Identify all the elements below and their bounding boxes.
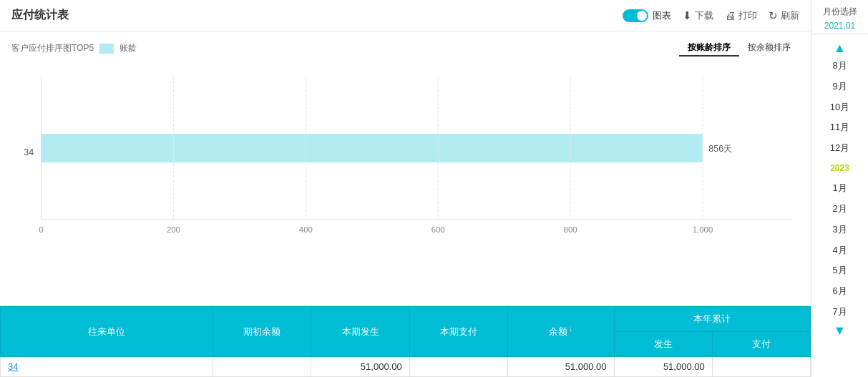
svg-text:800: 800: [564, 225, 577, 234]
svg-text:200: 200: [167, 225, 180, 234]
refresh-button[interactable]: ↻ 刷新: [769, 9, 799, 22]
scroll-up-arrow[interactable]: ▲: [834, 40, 847, 56]
download-icon: ⬇: [683, 9, 692, 22]
toggle-switch-icon[interactable]: [623, 9, 648, 22]
sidebar-year-label[interactable]: 2021.01: [811, 21, 868, 34]
data-table: 往来单位 期初余额 本期发生 本期支付 余额↓ 本年累计 发生 支付 34: [0, 306, 811, 377]
cell-current-occur: 51,000.00: [311, 357, 409, 377]
cell-ytd-pay: [712, 357, 810, 377]
month-11[interactable]: 11月: [811, 117, 868, 138]
cell-opening: [213, 357, 311, 377]
chart-toggle[interactable]: 图表: [623, 9, 671, 22]
cell-current-pay: [409, 357, 507, 377]
month-2[interactable]: 2月: [811, 199, 868, 220]
sort-tab-balance[interactable]: 按余额排序: [739, 40, 799, 57]
svg-text:1,000: 1,000: [693, 225, 713, 234]
legend-item-label: 账龄: [120, 42, 137, 54]
table-wrap: 往来单位 期初余额 本期发生 本期支付 余额↓ 本年累计 发生 支付 34: [0, 306, 811, 377]
header-actions: 图表 ⬇ 下载 🖨 打印 ↻ 刷新: [623, 9, 799, 22]
month-12[interactable]: 12月: [811, 138, 868, 159]
month-10[interactable]: 10月: [811, 97, 868, 118]
col-balance-header: 余额↓: [507, 307, 614, 357]
svg-text:400: 400: [299, 225, 313, 234]
scroll-down-arrow[interactable]: ▼: [834, 323, 847, 338]
svg-text:600: 600: [431, 225, 445, 234]
cell-balance: 51,000.00: [507, 357, 614, 377]
table-area: 往来单位 期初余额 本期发生 本期支付 余额↓ 本年累计 发生 支付 34: [0, 305, 811, 377]
bar-rect: [42, 134, 703, 162]
refresh-icon: ↻: [769, 9, 778, 22]
month-3[interactable]: 3月: [811, 220, 868, 240]
sort-tab-age[interactable]: 按账龄排序: [679, 40, 739, 57]
cell-unit[interactable]: 34: [1, 357, 213, 377]
svg-text:0: 0: [39, 225, 43, 234]
download-button[interactable]: ⬇ 下载: [683, 9, 713, 22]
col-ytd-header: 本年累计: [614, 307, 810, 332]
col-current-pay-header: 本期支付: [409, 307, 507, 357]
sidebar: 月份选择 2021.01 ▲ 8月 9月 10月 11月 12月 2023 1月…: [811, 0, 868, 377]
bar-chart-svg: 34 856天 0 200 400 600 800 1,000: [11, 62, 799, 248]
month-6[interactable]: 6月: [811, 281, 868, 302]
year-marker-2023: 2023: [811, 159, 868, 178]
legend-label: 客户应付排序图TOP5: [11, 42, 94, 54]
month-8[interactable]: 8月: [811, 56, 868, 77]
table-row: 34 51,000.00 51,000.00 51,000.00: [1, 357, 811, 377]
table-header-row: 往来单位 期初余额 本期发生 本期支付 余额↓ 本年累计: [1, 307, 811, 332]
month-4[interactable]: 4月: [811, 240, 868, 261]
chart-toggle-label: 图表: [653, 9, 671, 22]
bar-end-label: 856天: [708, 144, 732, 154]
month-5[interactable]: 5月: [811, 260, 868, 281]
col-current-occur-header: 本期发生: [311, 307, 409, 357]
col-unit-header: 往来单位: [1, 307, 213, 357]
print-button[interactable]: 🖨 打印: [725, 9, 757, 22]
sidebar-title: 月份选择: [823, 6, 857, 18]
month-9[interactable]: 9月: [811, 77, 868, 97]
legend-box-icon: [99, 44, 114, 54]
col-ytd-pay-header: 支付: [712, 332, 810, 357]
month-7[interactable]: 7月: [811, 302, 868, 323]
print-label: 打印: [738, 9, 757, 22]
col-opening-header: 期初余额: [213, 307, 311, 357]
sidebar-scroll: ▲ 8月 9月 10月 11月 12月 2023 1月 2月 3月 4月 5月 …: [811, 40, 868, 338]
sort-tabs: 按账龄排序 按余额排序: [679, 40, 799, 57]
download-label: 下载: [695, 9, 713, 22]
chart-area: 客户应付排序图TOP5 账龄 按账龄排序 按余额排序 34 856天: [0, 31, 811, 305]
col-ytd-occur-header: 发生: [614, 332, 712, 357]
refresh-label: 刷新: [781, 9, 799, 22]
page-title: 应付统计表: [11, 8, 69, 23]
y-axis-label: 34: [24, 147, 34, 157]
chart-header: 客户应付排序图TOP5 账龄 按账龄排序 按余额排序: [11, 40, 799, 57]
cell-ytd-occur: 51,000.00: [614, 357, 712, 377]
month-1[interactable]: 1月: [811, 178, 868, 199]
bar-chart-container: 34 856天 0 200 400 600 800 1,000: [11, 62, 799, 297]
print-icon: 🖨: [725, 9, 736, 21]
chart-legend: 客户应付排序图TOP5 账龄: [11, 42, 137, 54]
page-header: 应付统计表 图表 ⬇ 下载 🖨 打印 ↻ 刷新: [0, 0, 811, 31]
